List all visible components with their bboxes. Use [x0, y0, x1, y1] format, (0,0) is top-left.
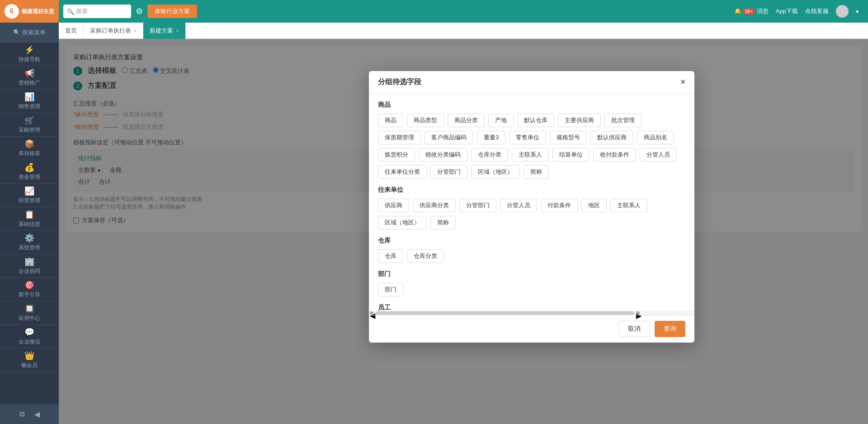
header-right: 🔔 99+ 消息 App下载 在线客服 ▾ [734, 5, 868, 18]
guide-label: 新手引导 [19, 291, 40, 299]
field-tag-零售单位[interactable]: 零售单位 [509, 131, 546, 144]
settings-icon[interactable]: ⚙ [19, 410, 25, 419]
field-tag-仓库[interactable]: 仓库 [378, 249, 403, 263]
sales-label: 销售管理 [19, 103, 40, 110]
sidebar-item-inventory[interactable]: 📦库存核算 [0, 137, 59, 160]
sidebar-item-system[interactable]: ⚙️系统管理 [0, 231, 59, 254]
field-tag-分管人员[interactable]: 分管人员 [640, 148, 677, 162]
hscroll-thumb[interactable] [375, 311, 634, 315]
basic-icon: 📋 [24, 210, 34, 219]
field-tag-默认仓库[interactable]: 默认仓库 [517, 114, 554, 127]
field-tag-仓库分类[interactable]: 仓库分类 [471, 148, 508, 162]
section-department: 部门部门 [378, 270, 685, 296]
sidebar-bottom: ⚙ ◀ [0, 404, 59, 424]
field-tag-仓库分类[interactable]: 仓库分类 [407, 249, 444, 263]
sidebar-item-quick-nav[interactable]: ⚡快捷导航 [0, 43, 59, 66]
quick-nav-label: 快捷导航 [19, 56, 40, 63]
field-tag-简称[interactable]: 简称 [524, 165, 549, 179]
sidebar-search[interactable]: 🔍 搜索菜单 [0, 23, 59, 43]
tab-close-purchase-exec[interactable]: × [134, 28, 137, 33]
field-tag-供应商[interactable]: 供应商 [378, 199, 409, 212]
dialog-footer: 取消 查询 [369, 315, 694, 343]
field-tag-客户商品编码[interactable]: 客户商品编码 [425, 131, 473, 144]
sidebar-item-marketing[interactable]: 📢营销推广 [0, 66, 59, 90]
field-tag-规格型号[interactable]: 规格型号 [550, 131, 587, 144]
confirm-button[interactable]: 查询 [655, 321, 685, 337]
field-tag-主联系人[interactable]: 主联系人 [610, 199, 647, 212]
field-tag-重量3[interactable]: 重量3 [477, 131, 505, 144]
field-tag-产地[interactable]: 产地 [488, 114, 514, 127]
tab-bar: 首页采购订单执行表×新建方案× [59, 23, 868, 39]
field-tag-区域（地区）[interactable]: 区域（地区） [471, 165, 520, 179]
sidebar-item-purchase[interactable]: 🛒采购管理 [0, 113, 59, 137]
sidebar-item-corp[interactable]: 🏢企业协同 [0, 254, 59, 278]
avatar[interactable] [836, 5, 849, 18]
section-employee: 员工业务员 [378, 304, 685, 311]
field-tag-商品类型[interactable]: 商品类型 [407, 114, 444, 127]
sidebar-item-member[interactable]: 👑畅会员 [0, 348, 59, 372]
app-download-link[interactable]: App下载 [776, 7, 798, 15]
field-tag-分管部门[interactable]: 分管部门 [459, 199, 496, 212]
field-tag-付款条件[interactable]: 付款条件 [541, 199, 578, 212]
field-tag-结算单位[interactable]: 结算单位 [552, 148, 590, 162]
field-tag-分管人员[interactable]: 分管人员 [500, 199, 537, 212]
app-logo: 6 畅捷通好生意 [0, 0, 59, 23]
hscroll-right-arrow[interactable]: ▶ [636, 311, 640, 315]
operation-icon: 📈 [24, 186, 34, 196]
section-title-goods: 商品 [378, 101, 685, 109]
experience-btn[interactable]: 体验行业方案 [147, 5, 197, 18]
tab-new-plan[interactable]: 新建方案× [143, 23, 185, 39]
sidebar-item-operation[interactable]: 📈经营管理 [0, 184, 59, 207]
field-tag-简称[interactable]: 简称 [430, 216, 456, 229]
field-tag-商品分类[interactable]: 商品分类 [448, 114, 485, 127]
sidebar-item-basic[interactable]: 📋基础信息 [0, 207, 59, 231]
field-tag-主要供应商[interactable]: 主要供应商 [558, 114, 601, 127]
section-tags-goods: 商品商品类型商品分类产地默认仓库主要供应商批次管理保质期管理客户商品编码重量3零… [378, 114, 685, 179]
message-icon[interactable]: 🔔 99+ 消息 [734, 7, 769, 15]
menu-collapse-icon[interactable]: ◀ [34, 410, 40, 419]
field-tag-往来单位分类[interactable]: 往来单位分类 [378, 165, 427, 179]
sidebar-item-sales[interactable]: 📊销售管理 [0, 90, 59, 113]
field-tag-收付款条件[interactable]: 收付款条件 [593, 148, 636, 162]
sidebar-item-finance[interactable]: 💰资金管理 [0, 160, 59, 184]
section-title-department: 部门 [378, 270, 685, 278]
field-tag-主联系人[interactable]: 主联系人 [512, 148, 549, 162]
field-tag-默认供应商[interactable]: 默认供应商 [590, 131, 633, 144]
user-expand-icon[interactable]: ▾ [856, 8, 859, 15]
member-label: 畅会员 [21, 362, 38, 369]
field-tag-区域（地区）[interactable]: 区域（地区） [378, 216, 427, 229]
field-tag-分管部门[interactable]: 分管部门 [430, 165, 467, 179]
field-tag-部门[interactable]: 部门 [378, 283, 403, 296]
tab-purchase-exec[interactable]: 采购订单执行表× [84, 23, 143, 39]
section-title-partner: 往来单位 [378, 186, 685, 194]
tab-home[interactable]: 首页 [59, 23, 84, 39]
field-tag-商品[interactable]: 商品 [378, 114, 403, 127]
field-tag-保质期管理[interactable]: 保质期管理 [378, 131, 421, 144]
logo-icon: 6 [5, 4, 19, 19]
dialog-close-btn[interactable]: × [680, 77, 685, 87]
sidebar-item-apps[interactable]: 🔲应用中心 [0, 301, 59, 325]
header-search[interactable]: 🔍 搜索 [63, 5, 131, 18]
tab-close-new-plan[interactable]: × [176, 28, 179, 33]
section-goods: 商品商品商品类型商品分类产地默认仓库主要供应商批次管理保质期管理客户商品编码重量… [378, 101, 685, 179]
search-placeholder: 搜索 [76, 7, 88, 15]
field-tag-税收分类编码[interactable]: 税收分类编码 [419, 148, 467, 162]
field-tag-批次管理[interactable]: 批次管理 [604, 114, 642, 127]
gear-icon[interactable]: ⚙ [136, 6, 143, 16]
tab-label-new-plan: 新建方案 [150, 27, 173, 35]
quick-nav-icon: ⚡ [24, 45, 34, 55]
field-tag-商品别名[interactable]: 商品别名 [637, 131, 674, 144]
hscroll-left-arrow[interactable]: ◀ [370, 311, 373, 315]
field-tag-炼货积分[interactable]: 炼货积分 [378, 148, 415, 162]
wechat-label: 企业微信 [19, 338, 40, 346]
sidebar-item-wechat[interactable]: 💬企业微信 [0, 325, 59, 348]
sidebar-item-guide[interactable]: 🎯新手引导 [0, 278, 59, 301]
corp-label: 企业协同 [19, 267, 40, 275]
inventory-label: 库存核算 [19, 150, 40, 157]
field-tag-供应商分类[interactable]: 供应商分类 [413, 199, 456, 212]
sales-icon: 📊 [24, 92, 34, 102]
dialog-horizontal-scrollbar[interactable]: ◀ ▶ [369, 311, 694, 315]
cancel-button[interactable]: 取消 [618, 321, 650, 337]
field-tag-地区[interactable]: 地区 [581, 199, 607, 212]
online-service-link[interactable]: 在线客服 [805, 7, 829, 15]
